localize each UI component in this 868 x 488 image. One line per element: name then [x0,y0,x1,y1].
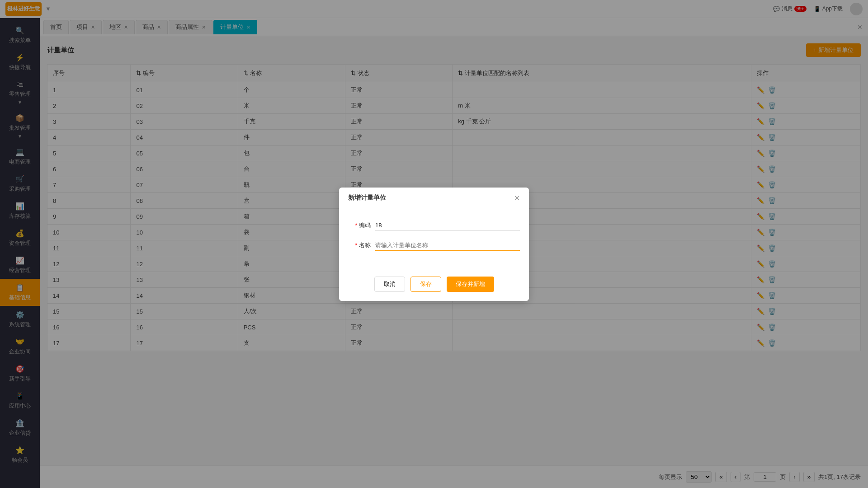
modal-body: 编码 名称 [339,209,529,271]
form-row-code: 编码 [348,220,520,231]
name-input[interactable] [375,240,520,251]
name-label: 名称 [348,241,371,249]
modal-footer: 取消 保存 保存并新增 [339,271,529,301]
modal-close-button[interactable]: ✕ [514,194,520,202]
modal-title: 新增计量单位 [348,194,386,202]
modal: 新增计量单位 ✕ 编码 名称 取消 保存 保存并新增 [339,188,529,301]
modal-overlay[interactable]: 新增计量单位 ✕ 编码 名称 取消 保存 保存并新增 [0,0,868,488]
cancel-button[interactable]: 取消 [374,277,405,292]
save-button[interactable]: 保存 [410,277,441,292]
code-input[interactable] [375,220,520,231]
modal-header: 新增计量单位 ✕ [339,188,529,209]
code-label: 编码 [348,221,371,230]
form-row-name: 名称 [348,240,520,251]
save-new-button[interactable]: 保存并新增 [447,277,494,292]
